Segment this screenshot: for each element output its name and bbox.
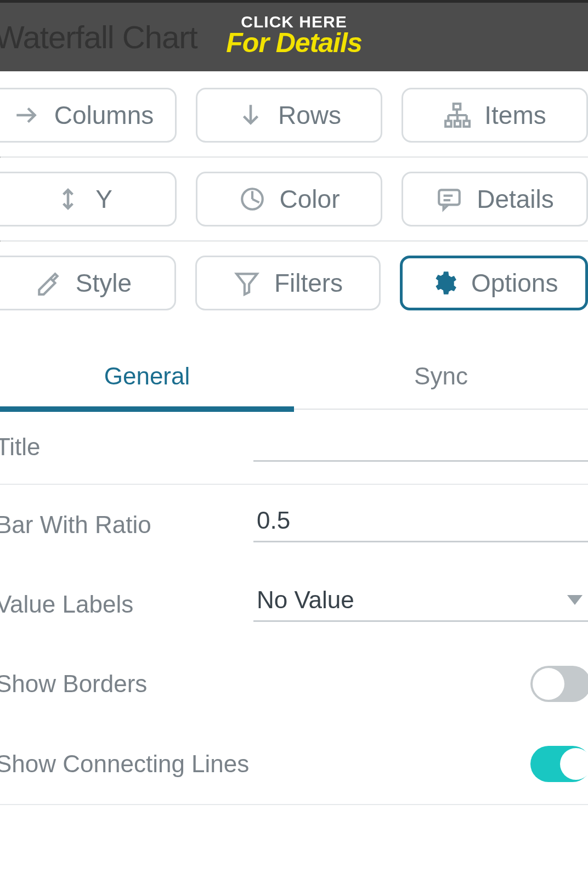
filters-button[interactable]: Filters xyxy=(195,256,381,310)
svg-rect-2 xyxy=(454,104,461,109)
show-borders-row: Show Borders xyxy=(0,644,588,724)
items-label: Items xyxy=(484,100,546,130)
palette-icon xyxy=(239,185,266,213)
arrow-down-icon xyxy=(237,101,264,129)
bar-width-value: 0.5 xyxy=(257,507,290,534)
title-label: Title xyxy=(0,433,253,461)
bar-width-input[interactable]: 0.5 xyxy=(253,507,588,542)
title-input[interactable] xyxy=(253,432,588,462)
svg-marker-18 xyxy=(236,274,257,294)
rows-label: Rows xyxy=(278,100,341,130)
show-connecting-label: Show Connecting Lines xyxy=(0,750,530,778)
general-options-form: Title Bar With Ratio 0.5 Value Labels No… xyxy=(0,410,588,805)
field-buttons-area: Columns Rows Items Y Color xyxy=(0,71,588,327)
show-connecting-row: Show Connecting Lines xyxy=(0,724,588,805)
columns-label: Columns xyxy=(54,100,154,130)
y-label: Y xyxy=(95,184,112,214)
page-title: Waterfall Chart xyxy=(0,19,197,55)
resize-vertical-icon xyxy=(54,185,82,213)
style-button[interactable]: Style xyxy=(0,256,176,310)
divider xyxy=(0,240,588,242)
field-row-1: Columns Rows Items xyxy=(0,88,588,143)
svg-rect-3 xyxy=(445,121,451,126)
value-labels-select[interactable]: No Value xyxy=(253,586,588,622)
svg-rect-15 xyxy=(439,190,460,205)
details-button[interactable]: Details xyxy=(402,172,588,227)
bar-width-row: Bar With Ratio 0.5 xyxy=(0,485,588,564)
filters-label: Filters xyxy=(274,268,343,298)
svg-rect-4 xyxy=(455,121,460,126)
divider xyxy=(0,156,588,158)
color-button[interactable]: Color xyxy=(196,172,382,227)
items-button[interactable]: Items xyxy=(402,88,588,143)
toggle-knob xyxy=(533,668,564,700)
tab-sync[interactable]: Sync xyxy=(294,352,588,409)
value-labels-label: Value Labels xyxy=(0,591,253,618)
comment-icon xyxy=(436,185,463,213)
details-label: Details xyxy=(477,184,554,214)
color-label: Color xyxy=(280,184,340,214)
field-row-3: Style Filters Options xyxy=(0,256,588,310)
bar-width-label: Bar With Ratio xyxy=(0,511,253,539)
options-tabs: General Sync xyxy=(0,352,588,410)
toggle-knob xyxy=(560,748,588,780)
banner-line2: For Details xyxy=(226,27,361,59)
promo-banner[interactable]: CLICK HERE For Details xyxy=(226,13,361,59)
chevron-down-icon xyxy=(567,595,583,605)
value-labels-row: Value Labels No Value xyxy=(0,564,588,644)
options-label: Options xyxy=(471,268,558,298)
show-connecting-toggle[interactable] xyxy=(530,746,588,782)
y-button[interactable]: Y xyxy=(0,172,177,227)
svg-line-14 xyxy=(252,199,259,202)
field-row-2: Y Color Details xyxy=(0,172,588,227)
tab-general[interactable]: General xyxy=(0,352,294,412)
show-borders-label: Show Borders xyxy=(0,670,530,698)
rows-button[interactable]: Rows xyxy=(196,88,382,143)
funnel-icon xyxy=(233,269,261,297)
value-labels-value: No Value xyxy=(257,586,354,614)
hierarchy-icon xyxy=(443,101,471,129)
gear-icon xyxy=(430,269,457,297)
show-borders-toggle[interactable] xyxy=(530,666,588,702)
arrow-right-icon xyxy=(13,101,41,129)
header: Waterfall Chart CLICK HERE For Details xyxy=(0,0,588,71)
title-row: Title xyxy=(0,410,588,485)
options-button[interactable]: Options xyxy=(400,256,588,310)
brush-icon xyxy=(35,269,62,297)
columns-button[interactable]: Columns xyxy=(0,88,177,143)
svg-rect-5 xyxy=(464,121,470,126)
style-label: Style xyxy=(76,268,132,298)
